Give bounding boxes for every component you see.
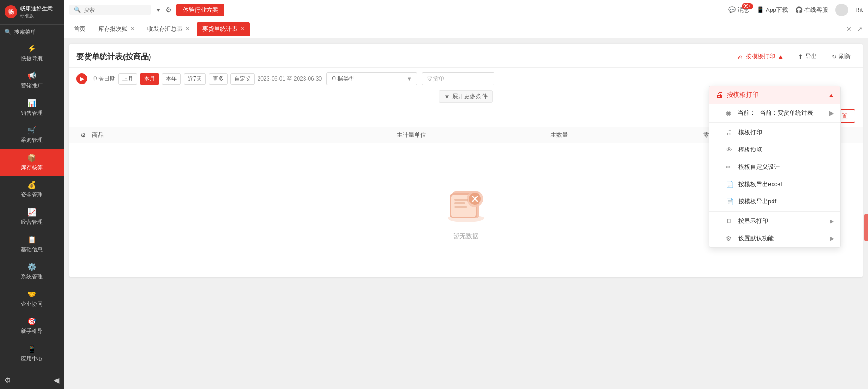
template-print-item[interactable]: 🖨 模板打印: [709, 124, 840, 141]
messages-action[interactable]: 💬 消息 99+: [728, 6, 749, 14]
sidebar-item-apps[interactable]: 📱 应用中心: [0, 340, 64, 367]
collapse-icon[interactable]: ◀: [54, 376, 59, 384]
template-preview-item[interactable]: 👁 模板预览: [709, 141, 840, 158]
trial-button[interactable]: 体验行业方案: [176, 4, 224, 16]
template-export-pdf-item[interactable]: 📄 按模板导出pdf: [709, 193, 840, 210]
sidebar-item-operations[interactable]: 📈 经营管理: [0, 203, 64, 231]
current-template-item[interactable]: ◉ 当前： 当前：要货单统计表 ▶: [709, 104, 840, 121]
sidebar-item-marketing[interactable]: 📢 营销推广: [0, 67, 64, 94]
date-last-7-days[interactable]: 近7天: [184, 73, 206, 85]
tabs-bar: 首页 库存批次账 ✕ 收发存汇总表 ✕ 要货单统计表 ✕ ✕ ⤢: [64, 20, 868, 38]
tab-order-summary[interactable]: 要货单统计表 ✕: [197, 22, 250, 36]
current-label: 当前：: [738, 109, 755, 117]
divider-1: [709, 122, 840, 123]
apps-icon: 📱: [27, 344, 36, 353]
guide-icon: 🎯: [27, 317, 36, 326]
online-service-action[interactable]: 🎧 在线客服: [795, 6, 828, 14]
dropdown-header-label: 按模板打印: [727, 91, 828, 99]
set-default-item[interactable]: ⚙ 设置默认功能 ▶: [709, 230, 840, 247]
sidebar-item-quick-nav[interactable]: ⚡ 快捷导航: [0, 40, 64, 67]
basic-icon: 📋: [27, 235, 36, 244]
expand-icon: ▼: [444, 93, 450, 100]
sidebar-item-finance[interactable]: 💰 资金管理: [0, 176, 64, 203]
export-button[interactable]: ⬆ 导出: [793, 50, 822, 63]
page-title: 要货单统计表(按商品): [76, 51, 733, 62]
maximize-button[interactable]: ⤢: [856, 25, 863, 33]
date-filter-group: 单据日期 上月 本月 本年 近7天 更多 自定义 2023-06-01 至 20…: [92, 73, 322, 85]
tab-order-summary-close[interactable]: ✕: [240, 26, 244, 32]
tab-batch-account-close[interactable]: ✕: [130, 26, 135, 32]
set-default-icon: ⚙: [726, 235, 734, 242]
scrollbar-thumb[interactable]: [864, 214, 868, 241]
settings-gear-icon[interactable]: ⚙: [5, 376, 11, 384]
doc-type-select[interactable]: 单据类型 ▼: [326, 72, 417, 85]
current-template-name: 当前：要货单统计表: [760, 109, 825, 117]
sidebar-bottom: ⚙ ◀: [0, 371, 64, 389]
marketing-icon: 📢: [27, 71, 36, 80]
refresh-button[interactable]: ↻ 刷新: [827, 50, 855, 63]
date-this-month[interactable]: 本月: [140, 73, 159, 85]
app-logo: 畅 畅康通好生意 标准版: [0, 0, 64, 25]
sidebar-item-inventory[interactable]: 📦 库存核算: [0, 149, 64, 176]
svg-rect-8: [454, 199, 468, 201]
collab-icon: 🤝: [27, 290, 36, 298]
date-this-year[interactable]: 本年: [162, 73, 181, 85]
sidebar-item-sales[interactable]: 📊 销售管理: [0, 94, 64, 121]
expand-more-button[interactable]: ▼ 展开更多条件: [439, 90, 493, 103]
date-more[interactable]: 更多: [209, 73, 228, 85]
topbar-search-icon: 🔍: [74, 6, 81, 13]
date-last-month[interactable]: 上月: [118, 73, 137, 85]
order-filter-label: 要货单: [427, 75, 444, 83]
scrollbar[interactable]: [864, 38, 868, 389]
sidebar-item-guide[interactable]: 🎯 新手引导: [0, 313, 64, 340]
divider-2: [709, 211, 840, 212]
sidebar-item-system[interactable]: ⚙️ 系统管理: [0, 258, 64, 285]
topbar-gear-icon[interactable]: ⚙: [165, 5, 172, 14]
tab-receipt-summary-close[interactable]: ✕: [185, 26, 190, 32]
col-settings[interactable]: ⚙: [76, 132, 90, 139]
app-download-icon: 📱: [757, 6, 764, 13]
template-design-icon: ✏: [726, 163, 734, 171]
logo-text: 畅康通好生意 标准版: [20, 5, 53, 19]
sidebar-nav: ⚡ 快捷导航 📢 营销推广 📊 销售管理 🛒 采购管理 📦 库存核算 💰 资金管…: [0, 40, 64, 371]
content-area: 要货单统计表(按商品) 🖨 按模板打印 ▲ ⬆ 导出 ↻ 刷新: [64, 38, 868, 389]
order-filter-input[interactable]: 要货单: [422, 72, 494, 85]
empty-text: 暂无数据: [453, 232, 479, 241]
sidebar-item-purchase[interactable]: 🛒 采购管理: [0, 121, 64, 149]
col-unit: 主计量单位: [397, 131, 549, 139]
set-default-arrow-icon: ▶: [830, 236, 834, 242]
messages-icon: 💬: [728, 6, 736, 13]
tab-receipt-summary[interactable]: 收发存汇总表 ✕: [142, 22, 195, 36]
dropdown-header[interactable]: 🖨 按模板打印 ▲: [709, 86, 840, 104]
minimize-button[interactable]: ✕: [845, 25, 853, 33]
display-print-item[interactable]: 🖥 按显示打印 ▶: [709, 212, 840, 230]
tab-batch-account[interactable]: 库存批次账 ✕: [93, 22, 140, 36]
expand-filter-button[interactable]: ▶: [76, 73, 87, 84]
print-button[interactable]: 🖨 按模板打印 ▲: [733, 50, 788, 63]
date-custom[interactable]: 自定义: [230, 73, 255, 85]
export-pdf-icon: 📄: [726, 198, 734, 205]
avatar[interactable]: [835, 4, 848, 16]
tab-home[interactable]: 首页: [68, 22, 91, 36]
display-print-arrow-icon: ▶: [830, 218, 834, 224]
sidebar-item-basic[interactable]: 📋 基础信息: [0, 231, 64, 258]
sidebar-item-wechat[interactable]: 💬 企业微信: [0, 367, 64, 371]
sidebar-item-collab[interactable]: 🤝 企业协同: [0, 285, 64, 313]
empty-illustration: [439, 180, 493, 225]
username-label: Rit: [855, 6, 863, 13]
window-buttons: ✕ ⤢: [845, 25, 863, 33]
doc-type-label: 单据类型: [331, 75, 355, 83]
topbar-search-input[interactable]: [84, 7, 143, 13]
topbar-dropdown-arrow[interactable]: ▼: [155, 7, 161, 13]
sidebar-search[interactable]: 🔍 搜索菜单: [0, 25, 64, 40]
print-dropdown-arrow[interactable]: ▲: [778, 53, 783, 60]
template-design-item[interactable]: ✏ 模板自定义设计: [709, 158, 840, 176]
sidebar: 畅 畅康通好生意 标准版 🔍 搜索菜单 ⚡ 快捷导航 📢 营销推广 📊 销售管理…: [0, 0, 64, 389]
topbar-search-box[interactable]: 🔍: [69, 5, 151, 15]
date-label: 单据日期: [92, 75, 115, 83]
current-arrow-icon: ▶: [829, 110, 834, 116]
refresh-icon: ↻: [832, 53, 837, 60]
system-icon: ⚙️: [27, 263, 36, 271]
app-download-action[interactable]: 📱 App下载: [757, 6, 788, 14]
template-export-excel-item[interactable]: 📄 按模板导出excel: [709, 176, 840, 193]
